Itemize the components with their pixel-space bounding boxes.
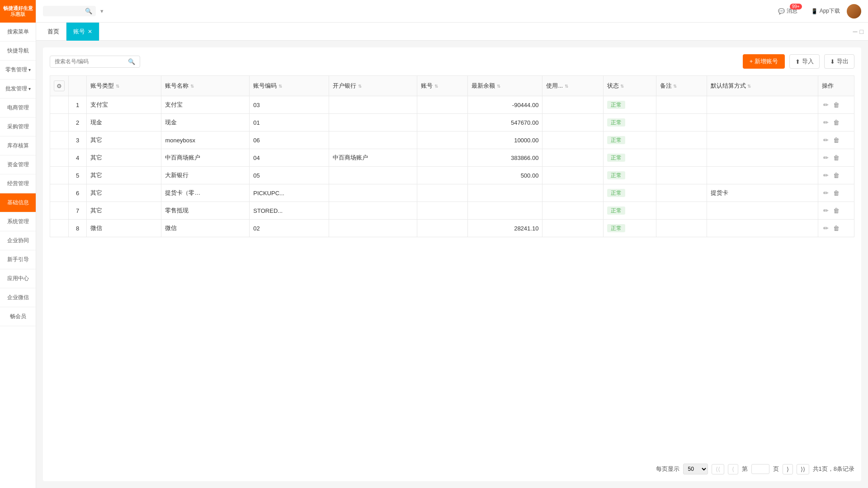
sidebar-item-fund-mgmt[interactable]: 资金管理 [0,155,36,174]
col-code[interactable]: 账号编码 ⇅ [250,76,329,96]
delete-icon[interactable]: 🗑 [833,119,840,126]
row-status-cell: 正常 [603,114,656,131]
row-name-cell: 微信 [161,220,250,237]
col-name[interactable]: 账号名称 ⇅ [161,76,250,96]
row-status-cell: 正常 [603,220,656,237]
edit-icon[interactable]: ✏ [823,119,829,126]
next-page-button[interactable]: ⟩ [783,464,793,474]
col-default-settlement[interactable]: 默认结算方式 ⇅ [707,76,818,96]
sidebar-item-ecommerce-mgmt[interactable]: 电商管理 [0,99,36,117]
col-usage[interactable]: 使用... ⇅ [542,76,603,96]
col-balance[interactable]: 最新余额 ⇅ [467,76,542,96]
delete-icon[interactable]: 🗑 [833,101,840,108]
page-number-input[interactable]: 1 [751,464,769,474]
sidebar-item-inventory[interactable]: 库存核算 [0,136,36,155]
app-download-button[interactable]: 📱 App下载 [811,7,840,15]
sidebar-item-enterprise-agreement[interactable]: 企业协同 [0,231,36,250]
col-status[interactable]: 状态 ⇅ [603,76,656,96]
sort-icon-usage: ⇅ [565,84,568,89]
row-code-cell: 06 [250,131,329,149]
sidebar-item-enterprise-wechat[interactable]: 企业微信 [0,288,36,307]
avatar[interactable] [847,4,861,19]
delete-icon[interactable]: 🗑 [833,225,840,232]
row-default-settlement-cell [707,167,818,184]
sidebar-item-basic-info[interactable]: 基础信息 [0,193,36,212]
prev-page-button[interactable]: ⟨ [728,464,738,474]
row-usage-cell [542,149,603,167]
row-settings-cell [50,149,69,167]
row-balance-cell: 28241.10 [467,220,542,237]
per-page-select[interactable]: 50 100 [683,464,708,474]
sidebar-item-wholesale-mgmt[interactable]: 批发管理 ▾ [0,80,36,99]
col-account[interactable]: 账号 ⇅ [417,76,467,96]
quick-nav-label: 快捷导航 [2,47,33,55]
row-type-cell: 其它 [87,184,161,202]
first-page-button[interactable]: ⟨⟨ [712,464,724,474]
column-settings-icon[interactable]: ⚙ [54,80,65,91]
delete-icon[interactable]: 🗑 [833,136,840,144]
search-input[interactable] [55,58,126,65]
tab-accounts-label: 账号 [73,28,85,36]
sidebar-item-member[interactable]: 畅会员 [0,307,36,326]
sort-icon-account: ⇅ [434,84,438,89]
row-balance-cell: -90444.00 [467,96,542,114]
sidebar-item-quick-nav[interactable]: 快捷导航 [0,42,36,61]
import-button[interactable]: ⬆ 导入 [789,54,820,69]
row-balance-cell [467,202,542,220]
sidebar-item-operation-mgmt[interactable]: 经营管理 [0,174,36,193]
sidebar-item-retail-mgmt[interactable]: 零售管理 ▾ [0,61,36,80]
sidebar-item-newbie-guide[interactable]: 新手引导 [0,250,36,269]
delete-icon[interactable]: 🗑 [833,154,840,161]
row-name-cell: 零售抵现 [161,202,250,220]
table-row: 2 现金 现金 01 547670.00 正常 ✏ 🗑 [50,114,854,131]
row-status-cell: 正常 [603,202,656,220]
row-code-cell: STORED... [250,202,329,220]
edit-icon[interactable]: ✏ [823,136,829,144]
notification-button[interactable]: 💬 消息 99+ [778,7,797,15]
tab-accounts[interactable]: 账号 ✕ [66,23,99,41]
edit-icon[interactable]: ✏ [823,172,829,179]
sidebar-item-purchase-mgmt[interactable]: 采购管理 [0,117,36,136]
message-icon: 💬 [778,8,785,14]
row-account-cell [417,96,467,114]
edit-icon[interactable]: ✏ [823,225,829,232]
row-usage-cell [542,184,603,202]
page-of-label: 页 [773,465,779,473]
newbie-guide-label: 新手引导 [2,256,33,263]
row-status-cell: 正常 [603,131,656,149]
topbar-search[interactable]: 🔍 [43,6,96,16]
row-default-settlement-cell [707,114,818,131]
edit-icon[interactable]: ✏ [823,207,829,214]
app-download-label: App下载 [820,7,840,15]
row-num-cell: 5 [69,167,87,184]
sort-icon-settlement: ⇅ [747,84,751,89]
delete-icon[interactable]: 🗑 [833,189,840,197]
delete-icon[interactable]: 🗑 [833,207,840,214]
table-row: 3 其它 moneybosx 06 10000.00 正常 ✏ 🗑 [50,131,854,149]
sidebar-item-system-mgmt[interactable]: 系统管理 [0,212,36,231]
col-remark[interactable]: 备注 ⇅ [656,76,707,96]
edit-icon[interactable]: ✏ [823,189,829,197]
sidebar-item-app-center[interactable]: 应用中心 [0,269,36,288]
tab-close-icon[interactable]: ✕ [88,28,92,35]
search-box[interactable]: 🔍 [50,56,140,68]
dropdown-arrow-icon[interactable]: ▾ [100,8,104,14]
row-settings-cell [50,184,69,202]
add-account-button[interactable]: + 新增账号 [743,54,785,69]
table-row: 5 其它 大新银行 05 500.00 正常 ✏ 🗑 [50,167,854,184]
row-bank-cell [329,167,417,184]
edit-icon[interactable]: ✏ [823,101,829,108]
last-page-button[interactable]: ⟩⟩ [797,464,809,474]
edit-icon[interactable]: ✏ [823,154,829,161]
col-type[interactable]: 账号类型 ⇅ [87,76,161,96]
sidebar-item-search-menu[interactable]: 搜索菜单 [0,23,36,42]
sort-icon-type: ⇅ [116,84,119,89]
tab-maximize-icon[interactable]: □ [860,28,863,35]
col-bank[interactable]: 开户银行 ⇅ [329,76,417,96]
export-button[interactable]: ⬇ 导出 [824,54,854,69]
tab-home[interactable]: 首页 [41,23,66,41]
tab-minimize-icon[interactable]: ─ [853,28,858,35]
topbar-search-input[interactable] [47,8,83,14]
row-account-cell [417,184,467,202]
delete-icon[interactable]: 🗑 [833,172,840,179]
